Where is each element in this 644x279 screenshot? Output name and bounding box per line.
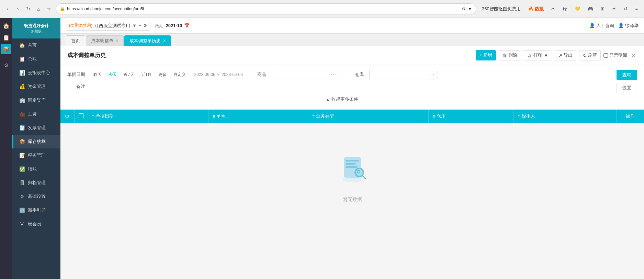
warehouse-filter-label: 仓库 — [346, 71, 364, 78]
new-btn[interactable]: + 新增 — [476, 50, 496, 60]
th-number[interactable]: 单号... — [208, 110, 308, 123]
th-gear[interactable]: ⚙ — [60, 110, 74, 123]
address-bar[interactable]: 🔒 https://cloud.chanjet.com/accounting/u… — [56, 3, 476, 14]
th-checkbox[interactable] — [74, 110, 88, 123]
user-btn[interactable]: 👤 徐泽华 — [618, 23, 639, 29]
th-date[interactable]: 单据日期 — [88, 110, 208, 123]
export-btn[interactable]: ↗ 导出 — [555, 50, 576, 60]
filter-row-2: 备注 — [67, 83, 617, 90]
header-checkbox[interactable] — [79, 113, 83, 118]
game-tool[interactable]: 🎮 — [585, 5, 596, 13]
tab-cost-adjust-history-close[interactable]: ✕ — [163, 38, 166, 43]
collapse-btn[interactable]: ▲ 收起更多条件 — [67, 94, 617, 104]
calendar-icon[interactable]: 📅 — [184, 23, 190, 28]
home-button[interactable]: ⌂ — [34, 5, 43, 13]
sidebar-item-assets[interactable]: 🏢 固定资产 — [12, 93, 60, 107]
sidebar-item-salary[interactable]: 💼 工资 — [12, 107, 60, 121]
remark-input[interactable] — [91, 83, 159, 90]
sidebar-item-vip[interactable]: V 畅会员 — [12, 217, 60, 231]
sidebar-nav: 🏠 首页 📋 总账 📊 云报表中心 💰 资金管理 🏢 固定资产 💼 工资 — [12, 38, 60, 279]
company-settings-icon: ⚙ — [143, 23, 147, 28]
funds-icon: 💰 — [19, 84, 25, 89]
settings-icon: ⚙ — [19, 194, 25, 199]
tab-cost-adjust-history[interactable]: 成本调整单历史 ✕ — [124, 35, 171, 46]
tab-bar: 首页 成本调整单 ✕ 成本调整单历史 ✕ — [60, 34, 644, 46]
sidebar-item-invoice[interactable]: 🧾 发票管理 — [12, 121, 60, 135]
tab-cost-adjust-close[interactable]: ✕ — [115, 38, 118, 43]
sidebar-label-tax: 税务管理 — [28, 152, 46, 158]
consult-label: 人工咨询 — [596, 23, 614, 29]
th-warehouse[interactable]: 仓库 — [429, 110, 513, 123]
export-icon: ↗ — [558, 53, 562, 58]
svg-line-7 — [363, 176, 365, 179]
iconbar-item-1[interactable]: 🏠 — [1, 21, 11, 31]
reports-icon: 📊 — [19, 70, 25, 76]
menu-tool[interactable]: ≡ — [632, 5, 641, 13]
back-button[interactable]: ‹ — [3, 5, 12, 13]
iconbar-item-active[interactable]: 📦 — [1, 44, 11, 54]
forward-button[interactable]: › — [14, 5, 22, 13]
th-handler[interactable]: 经手人 — [513, 110, 616, 123]
print-dropdown: ▼ — [544, 53, 548, 58]
sidebar-item-home[interactable]: 🏠 首页 — [12, 38, 60, 52]
period-info: 账期 2021-10 📅 — [155, 23, 190, 29]
goods-select[interactable]: ··· — [272, 70, 340, 79]
grid-tool[interactable]: ⊞ — [598, 5, 607, 13]
th-biz-type[interactable]: 业务类型 — [308, 110, 429, 123]
app-logo[interactable]: 畅捷通好会计 旗舰版 — [12, 18, 60, 38]
star-button[interactable]: ☆ — [45, 5, 53, 13]
export-label: 导出 — [564, 52, 573, 58]
sidebar-item-funds[interactable]: 💰 资金管理 — [12, 80, 60, 93]
closing-icon: ✅ — [19, 166, 25, 172]
refresh-btn[interactable]: ↻ 刷新 — [579, 50, 601, 60]
delete-btn[interactable]: 🗑 删除 — [499, 50, 521, 60]
data-table: ⚙ 单据日期 单号... 业务类型 仓库 经手人 操作 — [60, 110, 644, 123]
print-btn[interactable]: 🖨 打印 ▼ — [524, 50, 552, 60]
company-selector[interactable]: (勿删勿禁用) 江西服宝测试专用 ▼ + ⚙ — [66, 21, 150, 31]
translate-tool[interactable]: 译 — [560, 4, 570, 13]
shortcut-7days[interactable]: 近7天 — [121, 71, 137, 78]
empty-text: 暂无数据 — [343, 197, 362, 203]
show-detail-checkbox[interactable]: 显示明细 — [603, 52, 627, 58]
consult-icon: 👤 — [589, 23, 595, 28]
sidebar-item-ledger[interactable]: 📋 总账 — [12, 52, 60, 66]
search-360-btn[interactable]: 360智能抠图免费用 — [479, 4, 523, 13]
wallet-tool[interactable]: 💛 — [572, 5, 583, 13]
reload-button[interactable]: ↻ — [24, 5, 32, 13]
tab-home[interactable]: 首页 — [66, 35, 85, 46]
iconbar-item-2[interactable]: 📋 — [1, 32, 11, 43]
show-detail-input[interactable] — [603, 53, 608, 58]
warehouse-select[interactable]: ··· — [369, 70, 438, 79]
shortcut-1month[interactable]: 近1月 — [138, 71, 155, 78]
history-tool[interactable]: ↺ — [621, 5, 630, 13]
dropdown-icon: ▼ — [468, 7, 472, 11]
shortcut-more[interactable]: 更多 — [156, 71, 169, 78]
assets-icon: 🏢 — [19, 98, 25, 103]
consult-btn[interactable]: 👤 人工咨询 — [589, 23, 614, 29]
sidebar-item-settings[interactable]: ⚙ 基础设置 — [12, 190, 60, 203]
delete-label: 删除 — [508, 52, 517, 58]
query-btn[interactable]: 查询 — [617, 70, 637, 80]
browser-nav-buttons: ‹ › ↻ ⌂ ☆ — [3, 5, 53, 13]
theme-tool[interactable]: ☀ — [609, 5, 619, 13]
sidebar-item-guide[interactable]: 🆕 新手引导 — [12, 203, 60, 217]
sidebar-item-archive[interactable]: 🗄 归档管理 — [12, 176, 60, 190]
gear-icon[interactable]: ⚙ — [65, 113, 69, 119]
sidebar-item-inventory[interactable]: 📦 库存核算 — [12, 135, 60, 148]
sidebar-item-reports[interactable]: 📊 云报表中心 — [12, 66, 60, 80]
page-title: 成本调整单历史 — [67, 52, 106, 59]
shortcut-yesterday[interactable]: 昨天 — [91, 71, 104, 78]
sidebar-item-tax[interactable]: 📝 税务管理 — [12, 148, 60, 162]
iconbar-item-3[interactable]: ⚙ — [1, 60, 11, 70]
filter-settings-btn[interactable]: 设置 — [617, 83, 637, 93]
tab-cost-adjust[interactable]: 成本调整单 ✕ — [86, 35, 124, 46]
sidebar-item-closing[interactable]: ✅ 结账 — [12, 162, 60, 176]
shortcut-custom[interactable]: 自定义 — [171, 71, 189, 78]
scissors-tool[interactable]: ✂ — [549, 5, 558, 13]
page-close-btn[interactable]: ✕ — [630, 51, 637, 60]
sidebar-label-salary: 工资 — [28, 111, 37, 117]
refresh-icon: ↻ — [583, 53, 587, 58]
filter-actions: 查询 设置 — [617, 70, 637, 93]
shortcut-today[interactable]: 今天 — [106, 71, 120, 78]
sidebar-label-ledger: 总账 — [28, 56, 37, 62]
